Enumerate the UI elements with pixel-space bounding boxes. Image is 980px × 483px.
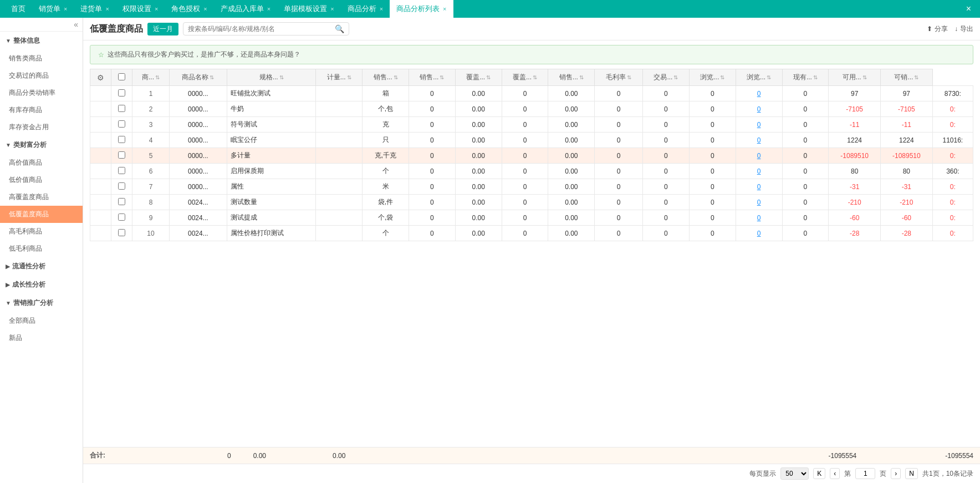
- col-available[interactable]: 可用...⇅: [829, 69, 881, 86]
- row-saleable: 0:: [932, 148, 973, 164]
- row-browse1[interactable]: 0: [736, 164, 782, 179]
- sidebar-item-capital[interactable]: 库存资金占用: [0, 119, 83, 136]
- row-browse1[interactable]: 0: [736, 86, 782, 101]
- row-browse1[interactable]: 0: [736, 226, 782, 241]
- col-browse1[interactable]: 浏览...⇅: [689, 69, 736, 86]
- prev-page-button[interactable]: ‹: [830, 468, 840, 479]
- row-sales-count: 0: [595, 164, 643, 179]
- close-icon[interactable]: ×: [330, 6, 334, 12]
- col-transaction[interactable]: 交易...⇅: [643, 69, 690, 86]
- col-coverage1[interactable]: 覆盖...⇅: [455, 69, 502, 86]
- sidebar-section-growth[interactable]: ▶ 成长性分析: [0, 276, 83, 294]
- row-checkbox[interactable]: [111, 86, 132, 101]
- row-select-checkbox[interactable]: [118, 105, 125, 112]
- next-page-button[interactable]: ›: [891, 468, 901, 479]
- row-checkbox[interactable]: [111, 210, 132, 226]
- sidebar-item-sales-goods[interactable]: 销售类商品: [0, 50, 83, 67]
- row-checkbox[interactable]: [111, 164, 132, 179]
- col-name[interactable]: 商品名称⇅: [169, 69, 227, 86]
- col-gross-margin[interactable]: 毛利率⇅: [595, 69, 643, 86]
- nav-home[interactable]: 首页: [4, 0, 32, 18]
- sidebar-section-marketing[interactable]: ▼ 营销推广分析: [0, 294, 83, 312]
- sidebar-section-liquidity[interactable]: ▶ 流通性分析: [0, 257, 83, 276]
- col-current-stock[interactable]: 现有...⇅: [782, 69, 829, 86]
- nav-role[interactable]: 角色授权 ×: [165, 0, 213, 18]
- search-input[interactable]: [188, 25, 335, 33]
- row-checkbox[interactable]: [111, 179, 132, 195]
- col-spec[interactable]: 规格...⇅: [227, 69, 316, 86]
- row-browse1[interactable]: 0: [736, 179, 782, 195]
- close-icon[interactable]: ×: [267, 6, 270, 12]
- row-transaction: 0: [689, 226, 736, 241]
- time-filter-button[interactable]: 近一月: [147, 23, 178, 35]
- sidebar-item-new-goods[interactable]: 新品: [0, 329, 83, 347]
- col-unit[interactable]: 计量...⇅: [316, 69, 363, 86]
- row-browse1[interactable]: 0: [736, 133, 782, 148]
- col-settings[interactable]: ⚙: [90, 69, 111, 86]
- row-select-checkbox[interactable]: [118, 167, 125, 174]
- sidebar-section-wealth[interactable]: ▼ 类财富分析: [0, 136, 83, 154]
- sidebar-item-category-rate[interactable]: 商品分类动销率: [0, 84, 83, 101]
- sidebar-item-high-margin[interactable]: 高毛利商品: [0, 223, 83, 240]
- nav-production[interactable]: 产成品入库单 ×: [214, 0, 277, 18]
- close-icon[interactable]: ×: [380, 6, 383, 12]
- row-browse1[interactable]: 0: [736, 117, 782, 133]
- select-all-checkbox[interactable]: [118, 73, 125, 80]
- row-select-checkbox[interactable]: [118, 213, 125, 221]
- window-close-button[interactable]: ×: [962, 4, 976, 14]
- sidebar-collapse-btn[interactable]: «: [74, 20, 78, 29]
- row-checkbox[interactable]: [111, 148, 132, 164]
- sidebar-item-high-value[interactable]: 高价值商品: [0, 154, 83, 171]
- row-select-checkbox[interactable]: [118, 182, 125, 190]
- nav-sales[interactable]: 销货单 ×: [32, 0, 74, 18]
- close-icon[interactable]: ×: [443, 6, 446, 12]
- col-checkbox[interactable]: [111, 69, 132, 86]
- col-saleable[interactable]: 可销...⇅: [881, 69, 933, 86]
- sidebar-item-low-value[interactable]: 低价值商品: [0, 171, 83, 189]
- row-select-checkbox[interactable]: [118, 229, 125, 236]
- close-icon[interactable]: ×: [105, 6, 109, 12]
- row-browse1[interactable]: 0: [736, 101, 782, 117]
- row-select-checkbox[interactable]: [118, 120, 125, 128]
- close-icon[interactable]: ×: [64, 6, 67, 12]
- first-page-button[interactable]: K: [813, 468, 825, 479]
- row-checkbox[interactable]: [111, 226, 132, 241]
- row-browse1[interactable]: 0: [736, 210, 782, 226]
- row-select-checkbox[interactable]: [118, 89, 125, 96]
- close-icon[interactable]: ×: [155, 6, 158, 12]
- sidebar-section-overall[interactable]: ▼ 整体信息: [0, 32, 83, 50]
- col-code[interactable]: 商...⇅: [132, 69, 169, 86]
- row-browse1[interactable]: 0: [736, 148, 782, 164]
- col-browse2[interactable]: 浏览...⇅: [736, 69, 782, 86]
- sidebar-item-high-coverage[interactable]: 高覆盖度商品: [0, 189, 83, 206]
- nav-template[interactable]: 单据模板设置 ×: [277, 0, 340, 18]
- per-page-select[interactable]: 50 20 100: [780, 467, 809, 480]
- page-number-input[interactable]: [855, 468, 875, 479]
- nav-permission[interactable]: 权限设置 ×: [116, 0, 165, 18]
- sidebar-item-all-goods[interactable]: 全部商品: [0, 312, 83, 329]
- export-button[interactable]: ↓ 导出: [955, 24, 973, 34]
- share-button[interactable]: ⬆ 分享: [927, 24, 948, 34]
- row-select-checkbox[interactable]: [118, 136, 125, 143]
- col-sales-qty[interactable]: 销售...⇅: [363, 69, 409, 86]
- col-sales-count[interactable]: 销售...⇅: [548, 69, 595, 86]
- sidebar-item-low-margin[interactable]: 低毛利商品: [0, 240, 83, 257]
- nav-analysis-list[interactable]: 商品分析列表 ×: [390, 0, 453, 18]
- sidebar-item-traded-goods[interactable]: 交易过的商品: [0, 67, 83, 84]
- row-select-checkbox[interactable]: [118, 198, 125, 205]
- row-checkbox[interactable]: [111, 117, 132, 133]
- row-checkbox[interactable]: [111, 133, 132, 148]
- col-coverage2[interactable]: 覆盖...⇅: [502, 69, 548, 86]
- col-sales-amt[interactable]: 销售...⇅: [409, 69, 455, 86]
- table-wrapper[interactable]: ⚙ 商...⇅ 商品名称⇅ 规格...⇅ 计量...⇅ 销售...⇅ 销售...…: [83, 69, 980, 447]
- last-page-button[interactable]: N: [905, 468, 918, 479]
- sidebar-item-low-coverage[interactable]: 低覆盖度商品: [0, 206, 83, 223]
- sidebar-item-in-stock[interactable]: 有库存商品: [0, 101, 83, 119]
- close-icon[interactable]: ×: [203, 6, 207, 12]
- row-checkbox[interactable]: [111, 195, 132, 210]
- nav-analysis[interactable]: 商品分析 ×: [341, 0, 390, 18]
- nav-purchase[interactable]: 进货单 ×: [74, 0, 115, 18]
- row-browse1[interactable]: 0: [736, 195, 782, 210]
- row-checkbox[interactable]: [111, 101, 132, 117]
- row-select-checkbox[interactable]: [118, 151, 125, 159]
